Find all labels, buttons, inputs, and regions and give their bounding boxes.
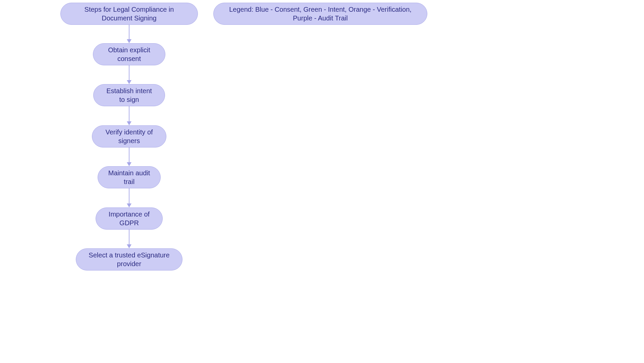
arrowhead-step3-step4 <box>127 162 131 166</box>
node-legend: Legend: Blue - Consent, Green - Intent, … <box>213 3 427 25</box>
arrow-title-step1 <box>129 25 129 39</box>
arrow-step3-step4 <box>129 147 129 162</box>
node-step3-label: Verify identity of signers <box>102 128 157 145</box>
arrowhead-step2-step3 <box>127 121 131 125</box>
arrowhead-step5-step6 <box>127 244 131 248</box>
arrow-step5-step6 <box>129 230 129 244</box>
node-step6-label: Select a trusted eSignature provider <box>86 251 173 268</box>
node-step4: Maintain audit trail <box>98 166 161 188</box>
arrow-step4-step5 <box>129 188 129 203</box>
node-step2: Establish intent to sign <box>93 84 165 106</box>
arrowhead-title-step1 <box>127 39 131 43</box>
node-title-label: Steps for Legal Compliance in Document S… <box>70 5 188 22</box>
arrowhead-step1-step2 <box>127 80 131 84</box>
arrow-step1-step2 <box>129 65 129 80</box>
node-step1-label: Obtain explicit consent <box>103 46 156 63</box>
node-legend-label: Legend: Blue - Consent, Green - Intent, … <box>223 5 418 22</box>
node-step5: Importance of GDPR <box>96 207 163 230</box>
node-step4-label: Maintain audit trail <box>107 169 151 186</box>
node-step1: Obtain explicit consent <box>93 43 165 65</box>
arrow-step2-step3 <box>129 106 129 121</box>
node-step2-label: Establish intent to sign <box>103 86 155 104</box>
arrowhead-step4-step5 <box>127 203 131 207</box>
node-step3: Verify identity of signers <box>92 125 166 147</box>
node-step5-label: Importance of GDPR <box>105 210 153 227</box>
node-title: Steps for Legal Compliance in Document S… <box>60 3 198 25</box>
node-step6: Select a trusted eSignature provider <box>76 248 182 270</box>
